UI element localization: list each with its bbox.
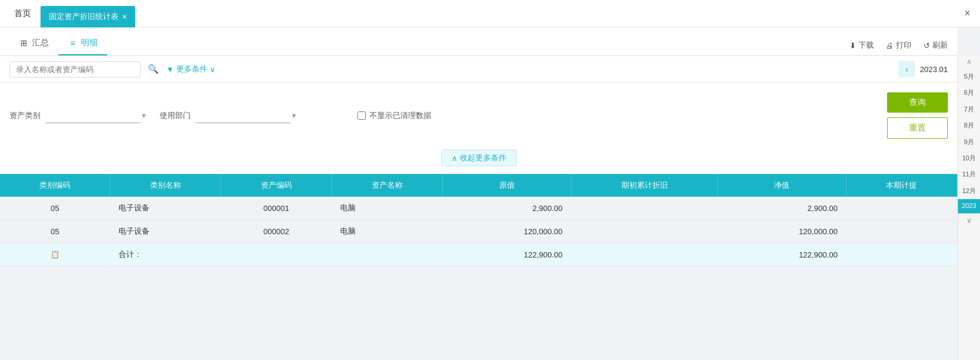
right-panel: ∧ 5月6月7月8月9月10月11月12月 2023 ∨ [957,55,980,360]
collapse-icon: ∧ [452,154,458,163]
asset-category-dropdown-icon[interactable]: ▼ [141,112,147,119]
tab-close-icon[interactable]: × [122,12,127,21]
month-item[interactable]: 9月 [961,134,977,150]
use-dept-label: 使用部门 [160,110,191,121]
cleared-data-label: 不显示已清理数据 [369,110,431,121]
print-button[interactable]: 🖨 打印 [886,40,911,51]
toolbar-right: ⬇ 下载 🖨 打印 ↺ 刷新 [850,40,948,55]
collapse-label: 收起更多条件 [460,153,506,163]
download-icon: ⬇ [850,41,856,50]
tab-summary-label: 汇总 [32,38,49,48]
download-label: 下载 [858,40,874,51]
asset-category-filter: 资产类别 ▼ [10,108,141,123]
table-row: 05 电子设备 000001 电脑 2,900.00 2,900.00 [0,197,957,220]
print-icon: 🖨 [886,41,894,50]
cell-asset-name: 电脑 [332,220,443,243]
refresh-button[interactable]: ↺ 刷新 [923,40,948,51]
total-accum-depreciation [571,243,718,266]
query-button[interactable]: 查询 [887,92,948,113]
data-table: 类别编码 类别名称 资产编码 资产名称 原值 期初累计折旧 净值 本期计提 05… [0,174,957,266]
month-item[interactable]: 11月 [961,166,977,182]
cell-category-name: 电子设备 [110,197,221,220]
scroll-up-button[interactable]: ∧ [958,55,980,69]
cell-net-value: 2,900.00 [717,197,846,220]
use-dept-dropdown-icon[interactable]: ▼ [291,112,297,119]
scroll-up-icon: ∧ [966,57,972,66]
cell-asset-code: 000002 [221,220,332,243]
nav-home[interactable]: 首页 [10,6,36,21]
total-icon: 📋 [0,243,110,266]
cell-category-code: 05 [0,220,110,243]
asset-category-input[interactable] [45,108,141,123]
collapse-button[interactable]: ∧ 收起更多条件 [441,150,517,166]
cell-original-value: 2,900.00 [443,197,571,220]
search-input[interactable] [10,61,141,77]
month-item[interactable]: 10月 [961,150,977,166]
filter-row: 资产类别 ▼ 使用部门 ▼ 不显示已清理数据 [10,92,948,139]
chevron-down-icon: ∨ [210,65,216,74]
total-original-value: 122,900.00 [443,243,571,266]
detail-icon: ≡ [68,38,77,48]
table-row: 05 电子设备 000002 电脑 120,000.00 120,000.00 [0,220,957,243]
arrow-right-icon: › [906,64,909,74]
top-nav: 首页 固定资产折旧统计表 × × [0,0,980,27]
cell-asset-code: 000001 [221,197,332,220]
cell-net-value: 120,000.00 [717,220,846,243]
month-item[interactable]: 6月 [961,85,977,101]
filter-icon: ▼ [166,65,174,74]
collapse-bar: ∧ 收起更多条件 [10,146,948,169]
reset-button[interactable]: 重置 [887,117,948,139]
window-close-icon[interactable]: × [964,7,970,20]
sub-tabs: ⊞ 汇总 ≡ 明细 ⬇ 下载 🖨 打印 ↺ 刷新 [0,27,957,56]
summary-icon: ⊞ [19,38,29,48]
cell-asset-name: 电脑 [332,197,443,220]
col-header-original-value: 原值 [443,174,571,197]
cell-current-depreciation [846,197,957,220]
more-filter-label: 更多条件 [176,64,207,75]
table-total-row: 📋 合计： 122,900.00 122,900.00 [0,243,957,266]
active-tab[interactable]: 固定资产折旧统计表 × [41,6,135,27]
total-current-depreciation [846,243,957,266]
total-label: 合计： [110,243,443,266]
refresh-icon: ↺ [923,41,930,50]
table-container: 类别编码 类别名称 资产编码 资产名称 原值 期初累计折旧 净值 本期计提 05… [0,174,957,360]
tab-detail[interactable]: ≡ 明细 [58,32,107,55]
cell-category-name: 电子设备 [110,220,221,243]
col-header-asset-code: 资产编码 [221,174,332,197]
tab-label: 固定资产折旧统计表 [49,11,119,22]
year-label[interactable]: 2023 [958,199,980,213]
use-dept-input[interactable] [195,108,291,123]
search-icon[interactable]: 🔍 [148,64,159,75]
cell-category-code: 05 [0,197,110,220]
print-label: 打印 [896,40,911,51]
col-header-category-code: 类别编码 [0,174,110,197]
cell-accum-depreciation [571,197,718,220]
scroll-down-icon: ∨ [966,216,972,225]
cleared-data-checkbox[interactable] [357,111,366,120]
col-header-current-depreciation: 本期计提 [846,174,957,197]
date-label: 2023.01 [920,65,948,74]
asset-category-label: 资产类别 [10,110,41,121]
filter-buttons: 查询 重置 [887,92,948,139]
tab-summary[interactable]: ⊞ 汇总 [10,32,58,55]
scroll-down-button[interactable]: ∨ [958,213,980,227]
filter-area: 资产类别 ▼ 使用部门 ▼ 不显示已清理数据 [0,83,957,174]
nav-arrow-right[interactable]: › [898,61,915,77]
refresh-label: 刷新 [932,40,948,51]
col-header-accum-depreciation: 期初累计折旧 [571,174,718,197]
month-item[interactable]: 7月 [961,101,977,117]
cleared-data-filter: 不显示已清理数据 [357,110,431,121]
more-filter-button[interactable]: ▼ 更多条件 ∨ [166,64,216,75]
month-item[interactable]: 5月 [961,69,977,85]
tab-detail-label: 明细 [81,38,98,48]
cell-current-depreciation [846,220,957,243]
download-button[interactable]: ⬇ 下载 [850,40,874,51]
months-container: 5月6月7月8月9月10月11月12月 [961,69,977,199]
cell-original-value: 120,000.00 [443,220,571,243]
use-dept-filter: 使用部门 ▼ [160,108,291,123]
table-header-row: 类别编码 类别名称 资产编码 资产名称 原值 期初累计折旧 净值 本期计提 [0,174,957,197]
search-bar: 🔍 ▼ 更多条件 ∨ › 2023.01 [0,56,957,83]
month-item[interactable]: 8月 [961,117,977,134]
month-item[interactable]: 12月 [961,183,977,199]
col-header-net-value: 净值 [717,174,846,197]
